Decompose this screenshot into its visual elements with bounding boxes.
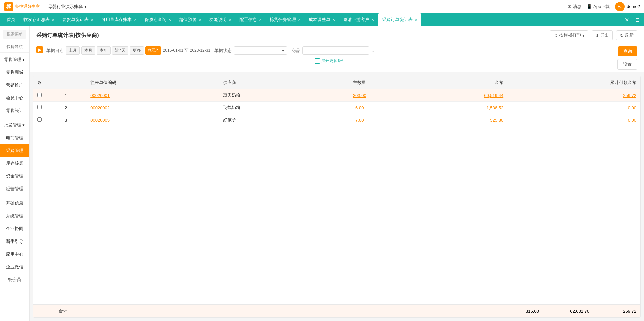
close-icon[interactable]: ✕ — [332, 18, 335, 22]
sidebar-search-area[interactable]: 搜索菜单 — [0, 26, 29, 42]
more-options-icon[interactable]: … — [371, 48, 376, 53]
row-checkbox[interactable] — [33, 114, 46, 126]
sidebar-item-system[interactable]: 系统管理 — [0, 210, 29, 222]
tab-invite-downstream[interactable]: 邀请下游客户 ✕ — [339, 13, 378, 26]
sidebar-item-member[interactable]: 会员中心 — [0, 92, 29, 104]
sidebar-item-inventory[interactable]: 库存核算 — [0, 157, 29, 170]
unit-code-cell[interactable]: 00020001 — [86, 89, 219, 102]
close-icon[interactable]: ✕ — [199, 18, 201, 22]
goods-input[interactable] — [302, 46, 369, 55]
date-btn-this-year[interactable]: 本年 — [97, 46, 111, 55]
close-icon[interactable]: ✕ — [52, 18, 54, 22]
tab-home-label: 首页 — [7, 17, 15, 23]
sidebar-item-retail-stats[interactable]: 零售统计 — [0, 104, 29, 117]
quick-nav-btn[interactable]: 快捷导航 — [0, 42, 29, 52]
close-icon[interactable]: ✕ — [298, 18, 301, 22]
template-print-btn[interactable]: 🖨 按模板打印 ▾ — [550, 30, 588, 40]
row-checkbox[interactable] — [33, 102, 46, 114]
sidebar: 搜索菜单 快捷导航 零售管理 ▲ 零售商城 营销推广 会员中心 零售统计 批发管… — [0, 26, 30, 321]
quantity-cell[interactable]: 303.00 — [318, 89, 401, 102]
quantity-cell[interactable]: 6.00 — [318, 102, 401, 114]
close-icon[interactable]: ✕ — [134, 18, 137, 22]
tab-purchase-order-stat[interactable]: 采购订单统计表 ✕ — [378, 13, 421, 26]
close-all-tabs-btn[interactable]: ✕ — [623, 16, 631, 24]
close-icon[interactable]: ✕ — [91, 18, 93, 22]
user-area[interactable]: Ea demo2 — [615, 2, 640, 11]
refresh-btn[interactable]: ↻ 刷新 — [616, 30, 637, 40]
sidebar-item-operation[interactable]: 经营管理 — [0, 182, 29, 195]
sidebar-item-app-center[interactable]: 应用中心 — [0, 248, 29, 261]
tab-usable-stock[interactable]: 可用量库存账本 ✕ — [97, 13, 141, 26]
sidebar-item-retail[interactable]: 零售管理 ▲ — [0, 53, 29, 66]
sidebar-item-basic-info[interactable]: 基础信息 — [0, 197, 29, 210]
unit-code-cell[interactable]: 00020002 — [86, 102, 219, 114]
maximize-btn[interactable]: ⊡ — [633, 16, 641, 24]
date-btn-this-month[interactable]: 本月 — [81, 46, 95, 55]
amount-cell[interactable]: 1,586.52 — [401, 102, 508, 114]
settings-btn[interactable]: 设置 — [617, 59, 637, 70]
row-checkbox-input[interactable] — [37, 117, 42, 122]
tab-purchase-stat-label: 要货单统计表 — [62, 17, 89, 23]
sidebar-item-marketing[interactable]: 营销推广 — [0, 79, 29, 92]
tab-pick-task[interactable]: 拣货任务管理 ✕ — [266, 13, 305, 26]
page-title-row: 采购订单统计表(按供应商) 🖨 按模板打印 ▾ ⬇ 导出 ↻ 刷新 — [36, 30, 637, 40]
date-btn-last-7days[interactable]: 近7天 — [112, 46, 128, 55]
expand-collapse-btn[interactable]: ▶ — [36, 46, 43, 53]
workspace-selector[interactable]: 母婴行业演示账套 ▾ — [48, 4, 87, 10]
sidebar-item-new-guide[interactable]: 新手引导 — [0, 235, 29, 248]
row-checkbox-input[interactable] — [37, 93, 42, 97]
sidebar-item-enterprise-collab[interactable]: 企业协同 — [0, 222, 29, 235]
amount-cell[interactable]: 60,519.44 — [401, 89, 508, 102]
sidebar-item-retail-mall[interactable]: 零售商城 — [0, 66, 29, 79]
tab-cost-adjust[interactable]: 成本调整单 ✕ — [305, 13, 339, 26]
paid-amount-cell[interactable]: 0.00 — [507, 102, 640, 114]
paid-amount-cell[interactable]: 0.00 — [507, 114, 640, 126]
sidebar-item-enterprise-wechat[interactable]: 企业微信 — [0, 261, 29, 273]
sidebar-item-member-label: 会员中心 — [6, 95, 23, 101]
sidebar-item-ecommerce[interactable]: 电商管理 — [0, 131, 29, 144]
quantity-cell[interactable]: 7.00 — [318, 114, 401, 126]
sidebar-item-capital[interactable]: 资金管理 — [0, 170, 29, 182]
sidebar-item-retail-stats-label: 零售统计 — [6, 108, 23, 114]
date-btn-last-month[interactable]: 上月 — [66, 46, 80, 55]
logo-area: 标 畅捷通好生意 — [4, 2, 40, 11]
sidebar-item-purchase[interactable]: 采购管理 — [0, 144, 29, 157]
expand-more-label: 展开更多条件 — [321, 58, 345, 64]
paid-amount-cell[interactable]: 259.72 — [507, 89, 640, 102]
sidebar-divider — [0, 52, 29, 53]
message-label: 消息 — [573, 4, 581, 10]
settings-icon[interactable]: ⚙ — [37, 80, 41, 85]
tab-function-desc[interactable]: 功能说明 ✕ — [205, 13, 235, 26]
date-btn-more[interactable]: 更多 — [130, 46, 144, 55]
footer-paid-amount-value: 259.72 — [623, 309, 636, 314]
close-icon[interactable]: ✕ — [229, 18, 231, 22]
close-icon[interactable]: ✕ — [371, 18, 374, 22]
amount-cell[interactable]: 525.80 — [401, 114, 508, 126]
row-checkbox-input[interactable] — [37, 105, 42, 109]
sidebar-item-wholesale[interactable]: 批发管理 ▼ — [0, 119, 29, 131]
sidebar-item-free-member[interactable]: 畅会员 — [0, 273, 29, 286]
status-select[interactable]: ▾ — [234, 46, 287, 55]
tab-overstock-alert[interactable]: 超储预警 ✕ — [175, 13, 205, 26]
tab-config-info[interactable]: 配置信息 ✕ — [235, 13, 266, 26]
row-checkbox[interactable] — [33, 89, 46, 102]
close-icon[interactable]: ✕ — [259, 18, 262, 22]
status-dropdown-icon: ▾ — [282, 48, 284, 53]
query-btn[interactable]: 查询 — [618, 46, 637, 56]
search-input[interactable]: 搜索菜单 — [3, 30, 26, 39]
close-icon[interactable]: ✕ — [168, 18, 171, 22]
filter-bar-top: ▶ 单据日期 上月 本月 本年 近7天 更多 — [36, 46, 637, 70]
tab-warranty-query[interactable]: 保质期查询 ✕ — [141, 13, 175, 26]
tab-home[interactable]: 首页 — [3, 13, 19, 26]
expand-icon[interactable]: ▶ — [36, 46, 43, 53]
message-btn[interactable]: ✉ 消息 — [568, 4, 581, 10]
expand-more-btn[interactable]: ☰ 展开更多条件 — [46, 57, 614, 65]
close-icon[interactable]: ✕ — [415, 18, 417, 22]
tab-purchase-stat[interactable]: 要货单统计表 ✕ — [58, 13, 97, 26]
export-btn[interactable]: ⬇ 导出 — [592, 30, 613, 40]
unit-code-cell[interactable]: 00020005 — [86, 114, 219, 126]
app-download-btn[interactable]: 📱 App下载 — [587, 4, 610, 10]
sidebar-item-retail-mall-label: 零售商城 — [6, 69, 23, 75]
tab-receive-summary[interactable]: 收发存汇总表 ✕ — [19, 13, 58, 26]
table-row: 1 00020001 惠氏奶粉 303.00 60,519.44 259.72 — [33, 89, 640, 102]
